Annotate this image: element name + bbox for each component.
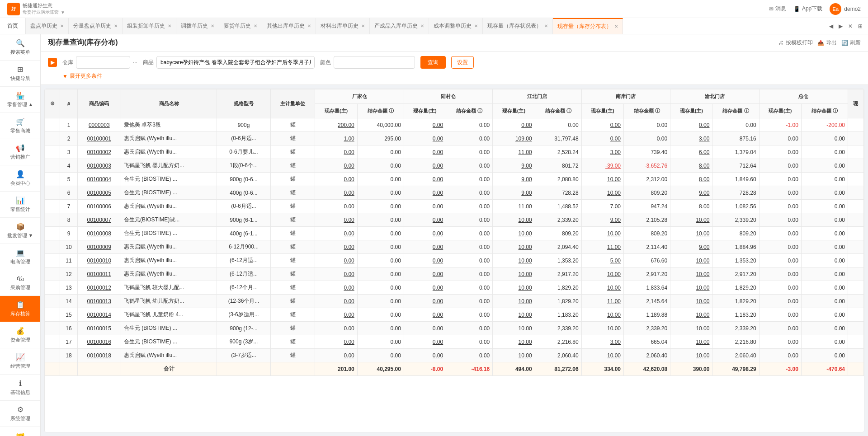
warehouse-more-btn[interactable]: ··· (133, 59, 137, 66)
tab-close-icon[interactable]: ✕ (168, 23, 171, 28)
table-cell[interactable]: 1.00 (315, 132, 357, 145)
table-cell[interactable]: 0.00 (315, 267, 357, 281)
table-cell[interactable]: 0.00 (315, 186, 357, 200)
table-cell[interactable]: 10.00 (670, 213, 712, 227)
table-cell[interactable]: 10.00 (493, 295, 535, 308)
table-cell[interactable]: 0.00 (315, 335, 357, 349)
table-cell[interactable]: 0.00 (315, 159, 357, 173)
table-cell[interactable]: 00100006 (77, 200, 121, 213)
table-cell[interactable]: 0.00 (315, 322, 357, 335)
table-cell[interactable]: 0.00 (404, 335, 446, 349)
table-cell[interactable]: 10.00 (493, 281, 535, 295)
table-cell[interactable]: 0.00 (404, 132, 446, 145)
setting-button[interactable]: 设置 (451, 56, 474, 69)
table-cell[interactable]: 10.00 (581, 308, 623, 322)
table-cell[interactable]: 10.00 (493, 335, 535, 349)
table-cell[interactable]: 10.00 (670, 254, 712, 267)
table-cell[interactable]: 0.00 (404, 118, 446, 132)
table-cell[interactable]: 0.00 (404, 254, 446, 267)
tab-close-icon[interactable]: ✕ (361, 23, 365, 28)
table-cell[interactable]: 9.00 (670, 186, 712, 200)
table-cell[interactable]: 10.00 (670, 335, 712, 349)
table-cell[interactable]: 0.00 (404, 213, 446, 227)
table-cell[interactable]: 8.00 (670, 173, 712, 186)
table-cell[interactable]: 0.00 (315, 213, 357, 227)
table-cell[interactable]: 7.00 (581, 200, 623, 213)
table-cell[interactable]: 10.00 (493, 254, 535, 267)
tab-close-icon[interactable]: ✕ (474, 23, 478, 28)
table-cell[interactable]: 3.00 (670, 132, 712, 145)
table-cell[interactable]: 0.00 (404, 349, 446, 362)
table-cell[interactable]: 10.00 (670, 349, 712, 362)
table-cell[interactable]: 11.00 (581, 295, 623, 308)
table-cell[interactable]: 3.00 (581, 335, 623, 349)
table-cell[interactable]: 00100008 (77, 227, 121, 240)
sidebar-item-finance[interactable]: 💰 资金管理 (0, 322, 40, 348)
sidebar-item-wholesale[interactable]: 📦 批发管理 ▼ (0, 218, 40, 244)
table-cell[interactable]: 10.00 (493, 240, 535, 254)
tab-close-icon[interactable]: ✕ (254, 23, 257, 28)
table-cell[interactable]: 0.00 (315, 308, 357, 322)
tab-product-history[interactable]: 产成品入库单历史 ✕ (370, 18, 429, 34)
filter-expand-icon[interactable]: ▶ (48, 58, 57, 67)
table-cell[interactable]: 0.00 (315, 173, 357, 186)
tab-close-all-icon[interactable]: ✕ (846, 22, 854, 30)
table-cell[interactable]: 10.00 (581, 281, 623, 295)
table-cell[interactable]: 10.00 (581, 267, 623, 281)
table-cell[interactable]: 00100009 (77, 240, 121, 254)
table-cell[interactable]: 00100011 (77, 267, 121, 281)
table-cell[interactable]: 00100001 (77, 132, 121, 145)
user-area[interactable]: Ea demo2 (830, 3, 861, 15)
table-cell[interactable]: 0.00 (404, 159, 446, 173)
table-cell[interactable]: 0.00 (315, 240, 357, 254)
sidebar-item-nav[interactable]: ⊞ 快捷导航 (0, 61, 40, 87)
table-cell[interactable]: 9.00 (670, 240, 712, 254)
table-cell[interactable]: 0.00 (404, 322, 446, 335)
dropdown-arrow-icon[interactable]: ▼ (61, 10, 65, 15)
table-cell[interactable]: 0.00 (581, 132, 623, 145)
table-cell[interactable]: 10.00 (493, 267, 535, 281)
tab-close-icon[interactable]: ✕ (307, 23, 311, 28)
tab-inventory-history[interactable]: 盘点单历史 ✕ (26, 18, 69, 34)
table-cell[interactable]: 109.00 (493, 132, 535, 145)
table-cell[interactable]: 10.00 (581, 322, 623, 335)
table-cell[interactable]: 0.00 (315, 200, 357, 213)
table-cell[interactable]: 00100007 (77, 213, 121, 227)
sidebar-item-search[interactable]: 🔍 搜索英单 (0, 34, 40, 61)
table-cell[interactable]: 10.00 (493, 308, 535, 322)
app-download-btn[interactable]: 📱 App下载 (793, 5, 822, 13)
sidebar-item-purchase[interactable]: 🛍 采购管理 (0, 270, 40, 296)
table-cell[interactable]: 0.00 (315, 254, 357, 267)
color-input[interactable] (334, 56, 415, 69)
table-cell[interactable]: 5.00 (581, 254, 623, 267)
table-cell[interactable]: 0.00 (404, 267, 446, 281)
sidebar-item-system[interactable]: ⚙ 系统管理 (0, 401, 40, 427)
table-cell[interactable]: 00100010 (77, 254, 121, 267)
sidebar-item-basic[interactable]: ℹ 基础信息 (0, 375, 40, 401)
table-cell[interactable]: 10.00 (670, 227, 712, 240)
table-cell[interactable]: 0.00 (404, 227, 446, 240)
sidebar-item-retail-shop[interactable]: 🛒 零售商城 (0, 113, 40, 139)
table-cell[interactable]: 9.00 (493, 186, 535, 200)
tab-next-icon[interactable]: ▶ (837, 22, 844, 30)
table-cell[interactable]: 0.00 (404, 240, 446, 254)
tab-quantity-history[interactable]: 分量盘点单历史 ✕ (69, 18, 123, 34)
table-cell[interactable]: 0.00 (404, 200, 446, 213)
settings-icon[interactable]: ⚙ (50, 101, 55, 106)
table-cell[interactable]: 0.00 (315, 227, 357, 240)
tab-cost-adjust[interactable]: 成本调整单历史 ✕ (429, 18, 483, 34)
sidebar-item-operations[interactable]: 📈 经营管理 (0, 348, 40, 375)
tab-home[interactable]: 首页 (0, 18, 26, 34)
tab-expand-icon[interactable]: ⊞ (856, 22, 864, 30)
table-cell[interactable]: 10.00 (493, 213, 535, 227)
tab-prev-icon[interactable]: ◀ (827, 22, 835, 30)
tab-assembly-history[interactable]: 组装折卸单历史 ✕ (123, 18, 176, 34)
table-cell[interactable]: 0.00 (404, 186, 446, 200)
table-cell[interactable]: 10.00 (670, 281, 712, 295)
goods-input[interactable] (156, 56, 315, 69)
tab-stock-status[interactable]: 现存量（库存状况表） ✕ (483, 18, 553, 34)
table-cell[interactable]: 0.00 (315, 295, 357, 308)
sidebar-item-retail-stats[interactable]: 📊 零售统计 (0, 192, 40, 218)
table-cell[interactable]: 11.00 (493, 200, 535, 213)
tab-close-icon[interactable]: ✕ (211, 23, 214, 28)
